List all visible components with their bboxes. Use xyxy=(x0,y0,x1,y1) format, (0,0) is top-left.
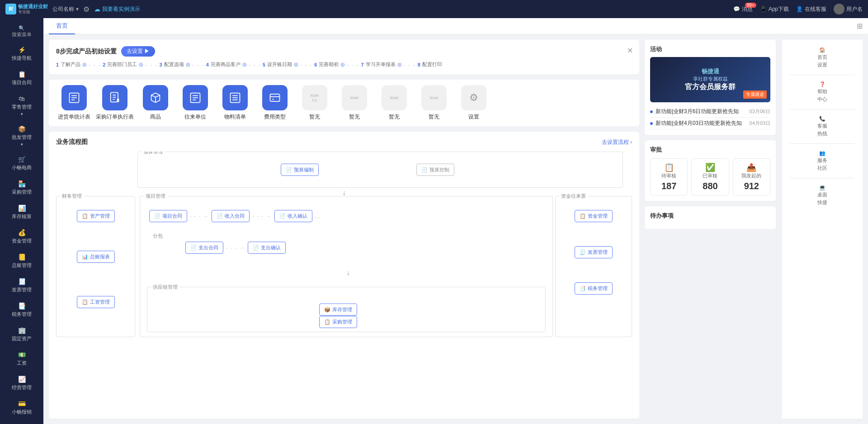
icon-none4[interactable]: Icon 暂无 xyxy=(416,85,452,121)
approval-pending[interactable]: 📋 待审核 187 xyxy=(650,158,688,195)
done-label: 已审核 xyxy=(703,172,717,179)
rs-item-hotline[interactable]: 📞 客服 热线 xyxy=(782,112,863,141)
sidebar-item-basic-info[interactable]: ℹ 基础信息 xyxy=(0,420,43,424)
icon-expense-type[interactable]: 费用类型 xyxy=(257,85,293,121)
step-5[interactable]: 5 设开账日期 ◎ xyxy=(263,61,298,68)
sidebar-item-label: 快捷导航 xyxy=(12,55,32,62)
activity-item-2[interactable]: 新功能|业财4月03日功能更新抢先知 04月03日 xyxy=(650,118,770,129)
budget-control-node[interactable]: 📄 预算控制 xyxy=(416,164,454,176)
activity-banner[interactable]: 畅捷通 享社群专属权益 官方会员服务群 专属通道 xyxy=(650,57,770,102)
step-1[interactable]: 1 了解产品 ◎ xyxy=(56,61,87,68)
approval-mine[interactable]: 📤 我发起的 912 xyxy=(733,158,770,195)
rs-item-help[interactable]: ❓ 帮助 中心 xyxy=(782,78,863,106)
maximize-button[interactable]: ⊞ xyxy=(857,22,863,30)
expense-icon: 💳 xyxy=(18,400,26,407)
sidebar-item-assets[interactable]: 🏢 固定资产 xyxy=(0,322,43,347)
assets-icon: 🏢 xyxy=(18,327,26,334)
sidebar-item-invoice[interactable]: 🧾 发票管理 xyxy=(0,273,43,298)
quick-icons-panel: 进货单统计表 采购订单执行表 xyxy=(49,80,639,126)
rs-divider1 xyxy=(790,75,854,75)
sidebar-item-capital[interactable]: 💰 资金管理 xyxy=(0,224,43,249)
tax-mgmt-node[interactable]: 📑 税务管理 xyxy=(575,282,613,295)
messages-button[interactable]: 💬 消息 99+ xyxy=(733,5,753,13)
asset-mgmt-node[interactable]: 📋 资产管理 xyxy=(77,210,115,222)
icon-settings[interactable]: ⚙ 设置 xyxy=(456,85,492,121)
settings-icon[interactable]: ⚙ xyxy=(83,5,90,14)
inventory-node[interactable]: 📦 库存管理 xyxy=(319,304,357,316)
sidebar-item-wholesale[interactable]: 📦 批发管理 ▾ xyxy=(0,121,43,151)
svg-rect-17 xyxy=(270,94,280,101)
demo-link[interactable]: ☁ 我要看实例演示 xyxy=(94,5,140,13)
sidebar-item-purchase[interactable]: 🏪 采购管理 xyxy=(0,176,43,200)
doc-icon2: 📄 xyxy=(421,167,428,173)
tab-home[interactable]: 首页 xyxy=(49,18,75,34)
icon-none3[interactable]: Icon 暂无 xyxy=(376,85,412,121)
step-separator: - - - xyxy=(89,62,101,67)
income-contract-node[interactable]: 📄 收入合同 xyxy=(212,210,250,222)
icon-partners[interactable]: 往来单位 xyxy=(177,85,213,121)
activity-item-date2: 04月03日 xyxy=(750,120,770,127)
payroll-icon2: 📋 xyxy=(82,299,88,305)
invoice-mgmt-node[interactable]: 🧾 发票管理 xyxy=(575,246,613,258)
app-download-button[interactable]: 📱 App下载 xyxy=(760,5,789,13)
operations-icon: 📈 xyxy=(18,376,26,383)
sidebar-item-retail[interactable]: 🛍 零售管理 ▾ xyxy=(0,91,43,121)
online-service-button[interactable]: 👤 在线客服 xyxy=(796,5,826,13)
icon-bom[interactable]: 物料清单 xyxy=(217,85,253,121)
rs-item-desktop[interactable]: 💻 桌面 快捷 xyxy=(782,181,863,210)
expense-confirm-node[interactable]: 📄 支出确认 xyxy=(248,242,286,254)
sidebar-item-payroll[interactable]: 💵 工资 xyxy=(0,347,43,371)
step-8[interactable]: 8 配置打印 xyxy=(418,61,442,68)
top-right-area: 💬 消息 99+ 📱 App下载 👤 在线客服 用户名 xyxy=(733,4,863,14)
activity-item-1[interactable]: 新功能|业财3月6日功能更新抢先知 03月06日 xyxy=(650,106,770,118)
dot-icon xyxy=(650,110,653,113)
ico-icon: 📄 xyxy=(279,213,286,219)
search-menu-button[interactable]: 🔍 搜索菜单 xyxy=(0,22,43,42)
dashed-arrow2: - - - → xyxy=(252,214,271,219)
activity-item-text2: 新功能|业财4月03日功能更新抢先知 xyxy=(656,119,747,127)
icon-purchase-order[interactable]: 采购订单执行表 xyxy=(96,85,134,121)
sidebar-item-expense[interactable]: 💳 小畅报销 xyxy=(0,395,43,420)
ledger-report-node[interactable]: 📊 总账报表 xyxy=(77,251,115,263)
step-6[interactable]: 6 完善期初 ◎ xyxy=(314,61,345,68)
sidebar-item-ecommerce[interactable]: 🛒 小畅电商 xyxy=(0,151,43,176)
expense-contract-node[interactable]: 📄 支出合同 xyxy=(185,242,223,254)
doc-icon: 📄 xyxy=(286,167,292,173)
sidebar-item-label: 库存核算 xyxy=(12,213,32,220)
sidebar-item-tax[interactable]: 📑 税务管理 xyxy=(0,298,43,322)
app-logo: 财 畅捷通好业财 专业版 xyxy=(5,4,48,14)
sidebar-item-project[interactable]: 📋 项目合同 xyxy=(0,66,43,91)
banner-cta[interactable]: 专属通道 xyxy=(743,91,767,99)
rs-item-home-settings[interactable]: 🏠 首页 设置 xyxy=(782,43,863,72)
icon-purchase-stats[interactable]: 进货单统计表 xyxy=(56,85,92,121)
project-contract-node[interactable]: 📄 项目合同 xyxy=(149,210,187,222)
user-avatar[interactable]: 用户名 xyxy=(834,4,863,14)
close-banner-button[interactable]: ✕ xyxy=(627,46,633,55)
company-selector[interactable]: 公司名称 ▾ xyxy=(52,5,79,13)
icon-goods[interactable]: 商品 xyxy=(137,85,174,121)
sidebar-item-ledger[interactable]: 📒 总账管理 xyxy=(0,249,43,273)
capital-mgmt-node[interactable]: 📋 资金管理 xyxy=(575,210,613,222)
step-7[interactable]: 7 学习开单报表 ◎ xyxy=(361,61,401,68)
icon-none2[interactable]: Icon 暂无 xyxy=(336,85,373,121)
step-4[interactable]: 4 完善商品客户 ◎ xyxy=(206,61,247,68)
icon-label10: 暂无 xyxy=(429,113,439,121)
sidebar-item-operations[interactable]: 📈 经营管理 xyxy=(0,371,43,395)
icon-none1[interactable]: Icon FE 暂无 xyxy=(297,85,333,121)
income-confirm-node[interactable]: 📄 收入确认 xyxy=(274,210,312,222)
company-name: 公司名称 xyxy=(52,5,74,13)
budget-compile-node[interactable]: 📄 预算编制 xyxy=(281,164,319,176)
setup-button[interactable]: 去设置 ▶ xyxy=(121,46,155,57)
rs-item-community[interactable]: 👥 服务 社区 xyxy=(782,147,863,175)
step-2[interactable]: 2 完善部门员工 ◎ xyxy=(103,61,143,68)
supply-chain-section: 供应链管理 📦 库存管理 📋 采购管理 xyxy=(147,287,546,332)
purchase-node[interactable]: 📋 采购管理 xyxy=(319,316,357,328)
sidebar-item-label: 税务管理 xyxy=(12,311,32,318)
step-3[interactable]: 3 配置选项 ◎ xyxy=(159,61,190,68)
chevron-right-icon2: ▾ xyxy=(21,142,23,147)
sidebar-item-quick-nav[interactable]: ⚡ 快捷导航 xyxy=(0,42,43,66)
flow-settings-link[interactable]: 去设置流程 › xyxy=(602,138,632,146)
approval-done[interactable]: ✅ 已审核 880 xyxy=(691,158,729,195)
payroll-node[interactable]: 📋 工资管理 xyxy=(77,296,115,308)
sidebar-item-inventory[interactable]: 📊 库存核算 xyxy=(0,200,43,224)
